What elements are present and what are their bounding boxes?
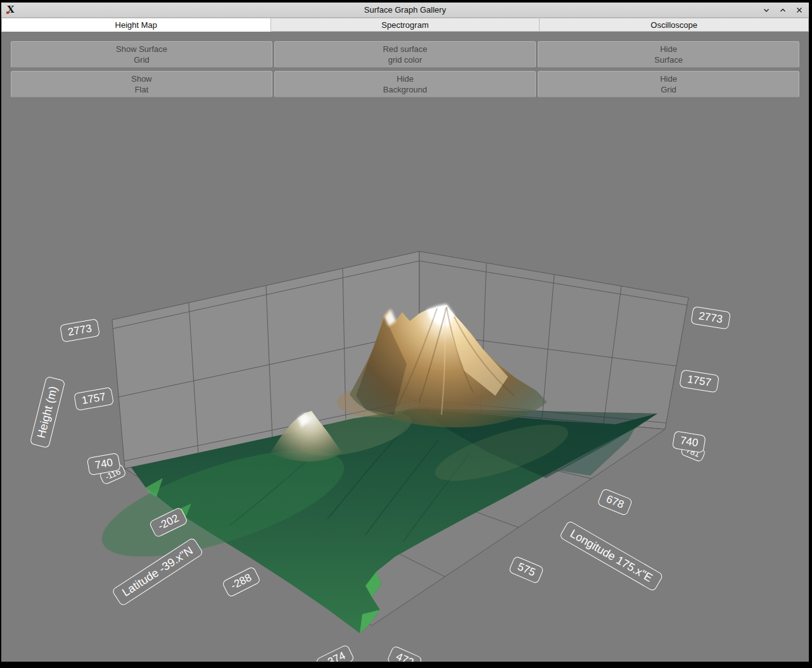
button-label: Background: [383, 84, 427, 95]
show-surface-grid-button[interactable]: Show Surface Grid: [11, 41, 272, 68]
red-surface-grid-color-button[interactable]: Red surface grid color: [274, 41, 536, 68]
button-label: Hide: [660, 73, 677, 84]
maximize-button[interactable]: [777, 4, 789, 16]
button-label: Surface: [654, 54, 683, 65]
show-flat-button[interactable]: Show Flat: [11, 71, 272, 98]
chevron-up-icon: [779, 6, 787, 14]
shade-button[interactable]: [761, 4, 772, 16]
close-icon: [796, 6, 803, 14]
button-label: Show Surface: [116, 44, 167, 54]
tab-height-map[interactable]: Height Map: [1, 18, 271, 32]
graph-content: Show Surface Grid Red surface grid color…: [1, 32, 809, 662]
button-label: Show: [131, 73, 152, 84]
button-label: grid color: [388, 54, 422, 65]
x11-app-icon: X: [6, 4, 16, 15]
hide-background-button[interactable]: Hide Background: [274, 71, 536, 98]
tab-spectrogram[interactable]: Spectrogram: [271, 18, 540, 32]
hide-grid-button[interactable]: Hide Grid: [538, 71, 799, 98]
button-label: Grid: [661, 84, 676, 95]
tab-oscilloscope[interactable]: Oscilloscope: [540, 18, 809, 32]
titlebar[interactable]: X Surface Graph Gallery: [1, 3, 809, 18]
app-window: X Surface Graph Gallery Height Map Spect…: [1, 3, 809, 662]
tab-bar: Height Map Spectrogram Oscilloscope: [1, 18, 809, 32]
button-label: Hide: [660, 44, 677, 54]
chevron-down-icon: [763, 6, 770, 14]
close-button[interactable]: [794, 4, 805, 16]
button-label: Flat: [135, 84, 149, 95]
button-label: Grid: [134, 54, 149, 65]
window-title: Surface Graph Gallery: [1, 5, 809, 15]
hide-surface-button[interactable]: Hide Surface: [538, 41, 799, 68]
toolbar: Show Surface Grid Red surface grid color…: [11, 41, 799, 98]
button-label: Hide: [396, 73, 414, 84]
button-label: Red surface: [383, 44, 427, 54]
